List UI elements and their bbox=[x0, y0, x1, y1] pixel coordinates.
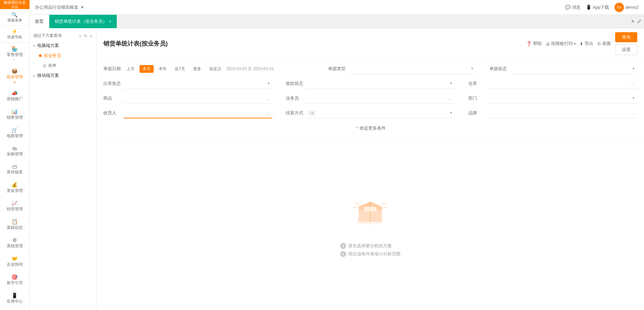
edit-scheme-button[interactable]: ✎ bbox=[84, 33, 88, 39]
export-button[interactable]: ⬇ 导出 bbox=[580, 41, 593, 47]
consignee-input[interactable]: … bbox=[123, 108, 272, 118]
filter-dept-item: 部门 ▾ bbox=[468, 93, 637, 104]
filter-doctype-item: 单据类型 ▾ bbox=[328, 63, 476, 74]
sidebar-item-appcenter[interactable]: 📱 应用中心 bbox=[0, 289, 30, 308]
sidebar-item-wholesale[interactable]: 📦 批发管理 ▴ bbox=[0, 65, 30, 87]
sidebar-item-quicknav[interactable]: ⚡ 快捷导航 bbox=[0, 26, 30, 43]
date-this-month-btn[interactable]: 本月 bbox=[140, 65, 154, 73]
scheme-by-staff[interactable]: 按业务员 bbox=[30, 51, 96, 61]
collapse-more-button[interactable]: ⌃ 收起更多条件 bbox=[355, 125, 386, 131]
consignee-dots[interactable]: … bbox=[265, 110, 270, 115]
shipment-chevron-icon: ▾ bbox=[268, 81, 270, 86]
docstatus-label: 单据状态 bbox=[489, 66, 509, 72]
settlement-clear-button[interactable]: × bbox=[311, 111, 314, 115]
sidebar-item-system[interactable]: ⚙ 系统管理 bbox=[0, 234, 30, 252]
sidebar-item-inventory[interactable]: 🗃 库存核算 bbox=[0, 160, 30, 178]
sidebar-item-label: 新手引导 bbox=[7, 280, 23, 286]
filter-settlement-item: 结算方式 × ▾ bbox=[286, 108, 455, 118]
message-button[interactable]: 💬 消息 bbox=[565, 4, 581, 10]
shipment-select[interactable]: ▾ bbox=[123, 78, 272, 89]
sidebar-item-retail[interactable]: 🏪 零售管理 ▸ bbox=[0, 43, 30, 65]
filter-product-item: 商品 … bbox=[103, 93, 272, 104]
purchase-icon: 🛍 bbox=[12, 146, 17, 151]
staff-dots[interactable]: … bbox=[448, 96, 452, 101]
sidebar: 畅捷通好生意 标版 🔍 搜索菜单 ⚡ 快捷导航 🏪 零售管理 ▸ 📦 批发管理 … bbox=[0, 0, 30, 310]
date-more-btn[interactable]: 更多 bbox=[190, 65, 204, 73]
doctype-select[interactable]: ▾ bbox=[348, 63, 476, 74]
sidebar-item-operations[interactable]: 📈 经营管理 bbox=[0, 197, 30, 215]
product-dots[interactable]: … bbox=[265, 96, 270, 101]
dept-select[interactable]: ▾ bbox=[488, 93, 637, 104]
tab-close-icon[interactable]: × bbox=[109, 19, 111, 24]
app-download-button[interactable]: 📱 App下载 bbox=[586, 4, 609, 10]
date-custom-btn[interactable]: 自定义 bbox=[206, 65, 224, 73]
sidebar-item-sales[interactable]: 📊 销售管理 bbox=[0, 105, 30, 124]
filter-shipment-item: 出库状态 ▾ bbox=[103, 78, 272, 89]
settlement-select[interactable]: × ▾ bbox=[306, 108, 455, 118]
empty-svg-illustration bbox=[350, 192, 390, 232]
sidebar-item-corp-collab[interactable]: 🤝 企业协同 bbox=[0, 252, 30, 271]
topbar-left: 办公用品行业模拟账套 ▾ bbox=[35, 4, 84, 10]
window-close-icon[interactable]: × bbox=[631, 18, 634, 24]
receipt-chevron-icon: ▾ bbox=[450, 81, 452, 86]
sidebar-item-purchase[interactable]: 🛍 采购管理 bbox=[0, 142, 30, 160]
sidebar-item-label: 搜索菜单 bbox=[7, 18, 22, 23]
sidebar-item-ecommerce[interactable]: 🛒 电商管理 bbox=[0, 124, 30, 142]
brand-input[interactable]: … bbox=[488, 108, 637, 118]
brand-dots[interactable]: … bbox=[630, 110, 635, 115]
template-print-button[interactable]: 🖨 按模板打印 ▾ bbox=[546, 41, 576, 47]
docstatus-chevron-icon: ▾ bbox=[633, 66, 635, 71]
right-panel: 销货单统计表(按业务员) ❓ 帮助 🖨 按模板打印 ▾ ⬇ 导出 bbox=[97, 28, 644, 310]
product-input[interactable]: … bbox=[123, 93, 272, 104]
doctype-chevron-icon: ▾ bbox=[471, 66, 473, 71]
sidebar-item-finance[interactable]: 💰 资金管理 bbox=[0, 178, 30, 197]
window-expand-icon[interactable]: ⤢ bbox=[637, 18, 641, 24]
tab-home[interactable]: 首页 bbox=[30, 15, 49, 28]
refresh-button[interactable]: ↻ 刷新 bbox=[597, 41, 611, 47]
receipt-label: 收款状态 bbox=[286, 81, 306, 87]
scheme-by-order[interactable]: ⊞ 按单 bbox=[30, 61, 96, 70]
date-last-month-btn[interactable]: 上月 bbox=[123, 65, 138, 73]
empty-tip-1: 1 请先选择要分析的方案 bbox=[340, 243, 400, 249]
phone-icon: 📱 bbox=[586, 5, 591, 10]
collapse-label: 收起更多条件 bbox=[360, 125, 386, 131]
sidebar-item-corpwechat[interactable]: 💬 企业微信 bbox=[0, 308, 30, 310]
refresh-icon: ↻ bbox=[597, 41, 601, 46]
collapse-panel-button[interactable]: « bbox=[90, 33, 92, 39]
main-area: 办公用品行业模拟账套 ▾ 💬 消息 📱 App下载 Ea demo2 首页 bbox=[30, 0, 644, 310]
date-7days-btn[interactable]: 近7天 bbox=[172, 65, 188, 73]
help-button[interactable]: ❓ 帮助 bbox=[526, 41, 542, 47]
filter-row-4: 收货人 … 结算方式 × bbox=[103, 108, 637, 118]
user-menu[interactable]: Ea demo2 bbox=[614, 3, 639, 12]
breadcrumb-arrow-icon[interactable]: ▾ bbox=[81, 5, 84, 10]
sidebar-item-basicinfo[interactable]: 📋 基础信息 bbox=[0, 215, 30, 234]
sidebar-item-label: 电商管理 bbox=[7, 133, 23, 139]
settlement-badge: × bbox=[309, 110, 315, 116]
warehouse-input[interactable]: … bbox=[488, 78, 637, 89]
filter-row-1: 单据日期 上月 本月 本年 近7天 更多 自定义 2023-03-01 至 20… bbox=[103, 63, 637, 74]
filter-row-2: 出库状态 ▾ 收款状态 ▾ bbox=[103, 78, 637, 89]
sidebar-item-newbie[interactable]: 🎯 新手引导 bbox=[0, 271, 30, 289]
settings-button[interactable]: 设置 bbox=[615, 44, 637, 55]
mobile-scheme-title[interactable]: ▸ 移动端方案 bbox=[30, 70, 96, 81]
pc-scheme-title[interactable]: ▾ 电脑端方案 bbox=[30, 41, 96, 51]
query-button[interactable]: 查询 bbox=[615, 32, 637, 42]
template-print-label: 按模板打印 bbox=[551, 41, 573, 47]
settlement-chevron-icon: ▾ bbox=[450, 111, 452, 115]
sidebar-item-label: 库存核算 bbox=[7, 169, 23, 175]
staff-input[interactable]: … bbox=[306, 93, 455, 104]
add-scheme-button[interactable]: + bbox=[79, 33, 82, 39]
docstatus-select[interactable]: ▾ bbox=[509, 63, 637, 74]
warehouse-dots[interactable]: … bbox=[630, 81, 635, 86]
search-icon: 🔍 bbox=[11, 12, 18, 18]
sidebar-item-marketing[interactable]: 📣 营销推广 bbox=[0, 87, 30, 105]
topbar-right: 💬 消息 📱 App下载 Ea demo2 bbox=[565, 3, 639, 12]
date-this-year-btn[interactable]: 本年 bbox=[156, 65, 170, 73]
scheme-by-staff-label: 按业务员 bbox=[44, 53, 61, 59]
tab-sales-stats[interactable]: 销货单统计表（按业务员） × bbox=[49, 15, 117, 28]
sidebar-item-search[interactable]: 🔍 搜索菜单 bbox=[0, 9, 30, 26]
receipt-select[interactable]: ▾ bbox=[306, 78, 455, 89]
pc-scheme-section: ▾ 电脑端方案 按业务员 ⊞ 按单 bbox=[30, 41, 96, 70]
wholesale-icon: 📦 bbox=[11, 68, 18, 74]
page-header: 销货单统计表(按业务员) ❓ 帮助 🖨 按模板打印 ▾ ⬇ 导出 bbox=[97, 28, 644, 59]
